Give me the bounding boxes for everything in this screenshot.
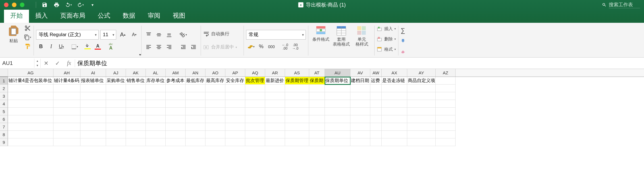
column-header-AT[interactable]: AT <box>309 69 325 77</box>
cell-AL6[interactable] <box>146 115 166 123</box>
cell-AY4[interactable] <box>407 100 436 108</box>
cell-AX7[interactable] <box>382 123 407 131</box>
cell-AX4[interactable] <box>382 100 407 108</box>
qat-customize-button[interactable]: ▾ <box>89 1 96 8</box>
column-header-AQ[interactable]: AQ <box>245 69 265 77</box>
row-header-8[interactable]: 8 <box>0 131 8 138</box>
cell-AY3[interactable] <box>407 92 436 100</box>
name-box-spinner[interactable]: ▲▼ <box>34 59 41 68</box>
cell-AH4[interactable] <box>53 100 80 108</box>
cell-AV9[interactable] <box>350 138 370 146</box>
confirm-edit-button[interactable]: ✓ <box>52 59 63 68</box>
column-header-AR[interactable]: AR <box>265 69 285 77</box>
cell-AZ8[interactable] <box>436 131 456 138</box>
cell-AL2[interactable] <box>146 85 166 92</box>
cell-AK1[interactable]: 销售单位 <box>126 77 146 85</box>
cell-AO6[interactable] <box>205 115 225 123</box>
redo-button[interactable]: ▾ <box>77 1 84 8</box>
cell-AT8[interactable] <box>309 131 325 138</box>
column-header-AN[interactable]: AN <box>186 69 205 77</box>
cell-AW2[interactable] <box>370 85 382 92</box>
cell-AL5[interactable] <box>146 108 166 115</box>
align-middle-button[interactable] <box>154 30 164 40</box>
cell-AM4[interactable] <box>166 100 186 108</box>
cell-AG5[interactable] <box>8 108 53 115</box>
cell-AH5[interactable] <box>53 108 80 115</box>
cell-AY7[interactable] <box>407 123 436 131</box>
cell-AN4[interactable] <box>186 100 205 108</box>
cell-AO8[interactable] <box>205 131 225 138</box>
cell-AU7[interactable] <box>325 123 350 131</box>
cell-AY1[interactable]: 商品自定义项 <box>407 77 436 85</box>
column-header-AW[interactable]: AW <box>370 69 382 77</box>
cell-AT4[interactable] <box>309 100 325 108</box>
cell-AX3[interactable] <box>382 92 407 100</box>
cell-AY8[interactable] <box>407 131 436 138</box>
column-header-AO[interactable]: AO <box>205 69 225 77</box>
cell-AI6[interactable] <box>80 115 106 123</box>
autosum-button[interactable]: ∑ <box>401 26 405 35</box>
cell-AS6[interactable] <box>285 115 309 123</box>
phonetic-button[interactable]: abcA▾ <box>106 42 116 52</box>
column-header-AU[interactable]: AU <box>325 69 350 77</box>
cell-styles-button[interactable]: 单元格样式 <box>352 24 372 46</box>
cell-AU9[interactable] <box>325 138 350 146</box>
cell-AN6[interactable] <box>186 115 205 123</box>
cell-AQ7[interactable] <box>245 123 265 131</box>
cell-AQ9[interactable] <box>245 138 265 146</box>
cell-AY9[interactable] <box>407 138 436 146</box>
cell-AR6[interactable] <box>265 115 285 123</box>
cell-AT9[interactable] <box>309 138 325 146</box>
cell-AK3[interactable] <box>126 92 146 100</box>
tab-数据[interactable]: 数据 <box>117 9 142 23</box>
cell-AP5[interactable] <box>225 108 245 115</box>
formula-input[interactable] <box>75 59 644 68</box>
cell-AX5[interactable] <box>382 108 407 115</box>
cell-AQ3[interactable] <box>245 92 265 100</box>
increase-font-button[interactable]: A▴ <box>118 30 128 40</box>
cell-AM2[interactable] <box>166 85 186 92</box>
cell-AO2[interactable] <box>205 85 225 92</box>
cancel-edit-button[interactable]: ✕ <box>41 59 52 68</box>
cell-AO9[interactable] <box>205 138 225 146</box>
cell-AZ2[interactable] <box>436 85 456 92</box>
cell-AZ9[interactable] <box>436 138 456 146</box>
cell-AK7[interactable] <box>126 123 146 131</box>
cell-AI7[interactable] <box>80 123 106 131</box>
name-box[interactable]: AU1 <box>0 59 34 68</box>
cell-AH2[interactable] <box>53 85 80 92</box>
border-button[interactable]: ▾ <box>70 42 79 52</box>
cell-AL1[interactable]: 库存单位 <box>146 77 166 85</box>
cell-AT2[interactable] <box>309 85 325 92</box>
tab-审阅[interactable]: 审阅 <box>142 9 167 23</box>
cell-AV6[interactable] <box>350 115 370 123</box>
cell-AX1[interactable]: 是否走冻链 <box>382 77 407 85</box>
column-header-AJ[interactable]: AJ <box>106 69 126 77</box>
cell-AK6[interactable] <box>126 115 146 123</box>
cut-button[interactable] <box>24 24 31 32</box>
tab-插入[interactable]: 插入 <box>29 9 54 23</box>
row-header-9[interactable]: 9 <box>0 138 8 146</box>
align-right-button[interactable] <box>164 42 174 52</box>
cell-AV5[interactable] <box>350 108 370 115</box>
cell-AS4[interactable] <box>285 100 309 108</box>
cell-AG4[interactable] <box>8 100 53 108</box>
cell-AP9[interactable] <box>225 138 245 146</box>
cell-AU3[interactable] <box>325 92 350 100</box>
clear-button[interactable] <box>401 47 406 55</box>
cell-AT3[interactable] <box>309 92 325 100</box>
increase-indent-button[interactable] <box>189 42 198 52</box>
column-header-AP[interactable]: AP <box>225 69 245 77</box>
cell-AZ4[interactable] <box>436 100 456 108</box>
cell-AY6[interactable] <box>407 115 436 123</box>
fill-button[interactable] <box>401 36 406 45</box>
cell-AV4[interactable] <box>350 100 370 108</box>
cell-AI8[interactable] <box>80 131 106 138</box>
cell-AL4[interactable] <box>146 100 166 108</box>
maximize-window-icon[interactable] <box>20 3 24 7</box>
cell-AW5[interactable] <box>370 108 382 115</box>
cell-AN8[interactable] <box>186 131 205 138</box>
cell-AL8[interactable] <box>146 131 166 138</box>
cell-AH3[interactable] <box>53 92 80 100</box>
cell-AL7[interactable] <box>146 123 166 131</box>
